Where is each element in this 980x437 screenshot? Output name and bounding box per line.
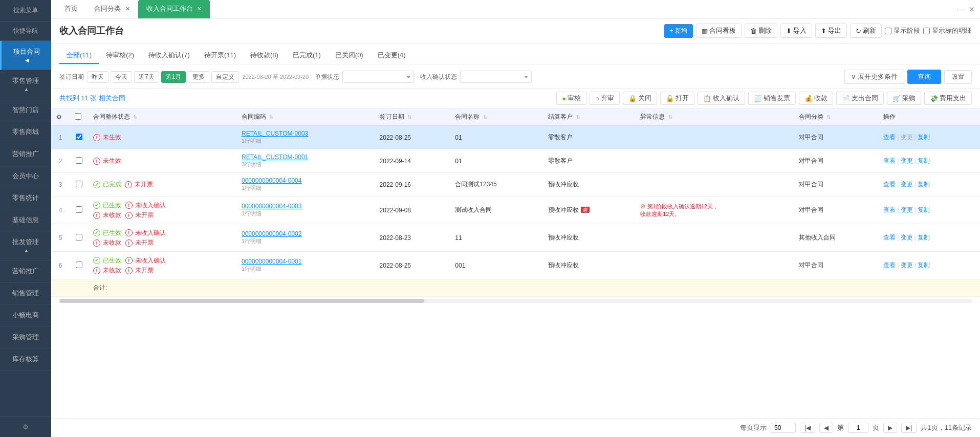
sidebar-item-wholesale[interactable]: 批发管理 ▲	[0, 231, 51, 260]
export-button[interactable]: ⬆ 导出	[815, 24, 847, 38]
filter-tab-all[interactable]: 全部(11)	[59, 48, 99, 64]
row-checkbox-cell[interactable]	[70, 126, 88, 149]
row-checkbox[interactable]	[76, 157, 82, 164]
expense-out-button[interactable]: 💸 费用支出	[924, 92, 972, 105]
filter-tab-closed[interactable]: 已关闭(0)	[328, 48, 371, 64]
sidebar-item-marketing[interactable]: 营销推广	[0, 143, 51, 165]
row-checkbox-cell[interactable]	[70, 224, 88, 252]
expand-filter-button[interactable]: ∨ 展开更多条件	[844, 70, 904, 84]
sales-invoice-button[interactable]: 🧾 销售发票	[748, 92, 796, 105]
filter-tab-pending-invoice[interactable]: 待开票(11)	[197, 48, 243, 64]
show-detail-checkbox[interactable]: 显示标的明细	[923, 26, 972, 35]
row-checkbox[interactable]	[76, 206, 82, 213]
sidebar-item-member[interactable]: 会员中心	[0, 165, 51, 187]
select-all-checkbox[interactable]	[75, 113, 81, 120]
change-btn[interactable]: 变更	[901, 206, 913, 213]
contract-link[interactable]: RETAIL_CUSTOM-0001	[242, 154, 308, 161]
window-minimize-icon[interactable]: —	[957, 5, 965, 13]
view-btn[interactable]: 查看	[883, 157, 896, 164]
tab-income-workbench-close[interactable]: ✕	[197, 6, 202, 12]
change-btn[interactable]: 变更	[901, 157, 913, 164]
window-close-icon[interactable]: ✕	[969, 5, 975, 13]
abandon-button[interactable]: ○ 弃审	[590, 92, 620, 105]
copy-btn[interactable]: 复制	[918, 206, 930, 213]
copy-btn[interactable]: 复制	[918, 134, 930, 141]
sidebar-item-basic-info[interactable]: 基础信息	[0, 209, 51, 231]
delete-button[interactable]: 🗑 删除	[745, 24, 777, 38]
filter-tab-completed[interactable]: 已完成(1)	[286, 48, 328, 64]
prev-page-btn[interactable]: ◀	[819, 423, 833, 433]
date-btn-last1month[interactable]: 近1月	[161, 71, 186, 83]
tab-income-workbench[interactable]: 收入合同工作台 ✕	[138, 0, 210, 18]
sidebar-item-inventory[interactable]: 库存核算	[0, 348, 51, 370]
date-btn-last7[interactable]: 近7天	[134, 71, 159, 83]
page-number-input[interactable]	[848, 423, 868, 433]
row-checkbox-cell[interactable]	[70, 252, 88, 279]
copy-btn[interactable]: 复制	[918, 157, 930, 164]
collect-button[interactable]: 💰 收款	[799, 92, 833, 105]
out-contract-button[interactable]: 📄 支出合同	[836, 92, 884, 105]
filter-tab-pending-collect[interactable]: 待收款(8)	[243, 48, 286, 64]
sidebar-item-smart-store[interactable]: 智慧门店	[0, 99, 51, 121]
tab-contract-cat[interactable]: 合同分类 ✕	[86, 0, 138, 18]
horizontal-scrollbar[interactable]	[59, 299, 972, 303]
col-settings[interactable]: ⚙	[51, 108, 70, 126]
contract-link[interactable]: 0000000000004-0003	[242, 203, 301, 210]
contract-link[interactable]: 0000000000004-0004	[242, 177, 301, 184]
view-btn[interactable]: 查看	[883, 234, 896, 241]
page-size-select[interactable]: 50 10 20 100	[771, 423, 796, 433]
change-btn[interactable]: 变更	[901, 181, 913, 188]
show-fields-checkbox[interactable]: 显示阶段	[885, 26, 920, 35]
close-button[interactable]: 🔒 关闭	[623, 92, 657, 105]
row-checkbox[interactable]	[76, 181, 82, 187]
change-btn[interactable]: 变更	[901, 234, 913, 241]
view-btn[interactable]: 查看	[883, 206, 896, 213]
import-button[interactable]: ⬇ 导入	[780, 24, 812, 38]
contract-link[interactable]: 0000000000004-0002	[242, 230, 301, 237]
open-button[interactable]: 🔓 打开	[660, 92, 694, 105]
sidebar-item-retail-mgmt[interactable]: 零售管理 ▲	[0, 70, 51, 99]
view-btn[interactable]: 查看	[883, 261, 896, 269]
contract-link[interactable]: RETAIL_CUSTOM-0003	[242, 130, 308, 137]
doc-status-select[interactable]	[342, 71, 414, 83]
sidebar-item-retail-stat[interactable]: 零售统计	[0, 187, 51, 209]
view-btn[interactable]: 查看	[883, 181, 896, 188]
sidebar-item-retail-mall[interactable]: 零售商城	[0, 121, 51, 143]
row-checkbox-cell[interactable]	[70, 196, 88, 224]
income-confirm-select[interactable]	[460, 71, 532, 83]
contract-link[interactable]: 0000000000004-0001	[242, 258, 301, 265]
scrollbar-thumb[interactable]	[59, 299, 424, 303]
tab-contract-cat-close[interactable]: ✕	[125, 6, 130, 12]
review-button[interactable]: ● 审核	[556, 92, 586, 105]
date-btn-today[interactable]: 今天	[111, 71, 132, 83]
first-page-btn[interactable]: |◀	[800, 423, 815, 433]
sidebar-item-purchase[interactable]: 采购管理	[0, 326, 51, 348]
add-button[interactable]: + 新增	[664, 24, 693, 38]
change-btn[interactable]: 变更	[901, 134, 913, 141]
search-button[interactable]: 查询	[907, 70, 941, 84]
last-page-btn[interactable]: ▶|	[901, 423, 917, 433]
board-button[interactable]: ▦ 合同看板	[696, 24, 742, 38]
sidebar-quick-nav[interactable]: 快捷导航	[0, 21, 51, 41]
sidebar-item-marketing2[interactable]: 营销推广	[0, 260, 51, 282]
filter-tab-changed[interactable]: 已变更(4)	[371, 48, 413, 64]
income-confirm-button[interactable]: 📋 收入确认	[698, 92, 745, 105]
next-page-btn[interactable]: ▶	[883, 423, 897, 433]
refresh-button[interactable]: ↻ 刷新	[850, 24, 882, 38]
sidebar-item-ecommerce[interactable]: 小畅电商	[0, 304, 51, 326]
sidebar-item-sales[interactable]: 销售管理	[0, 282, 51, 304]
purchase-button[interactable]: 🛒 采购	[887, 92, 921, 105]
tab-home[interactable]: 首页	[56, 0, 86, 18]
filter-tab-pending-review[interactable]: 待审核(2)	[99, 48, 141, 64]
row-checkbox-cell[interactable]	[70, 173, 88, 196]
date-btn-custom[interactable]: 自定义	[211, 71, 239, 83]
copy-btn[interactable]: 复制	[918, 181, 930, 188]
row-checkbox[interactable]	[76, 134, 82, 140]
row-checkbox[interactable]	[76, 261, 82, 268]
date-btn-yesterday[interactable]: 昨天	[87, 71, 108, 83]
date-btn-more[interactable]: 更多	[188, 71, 209, 83]
copy-btn[interactable]: 复制	[918, 234, 930, 241]
settings-button[interactable]: 设置	[944, 70, 972, 84]
filter-tab-pending-income[interactable]: 待收入确认(7)	[141, 48, 197, 64]
sidebar-item-project[interactable]: 项目合同 ◀	[0, 41, 51, 70]
